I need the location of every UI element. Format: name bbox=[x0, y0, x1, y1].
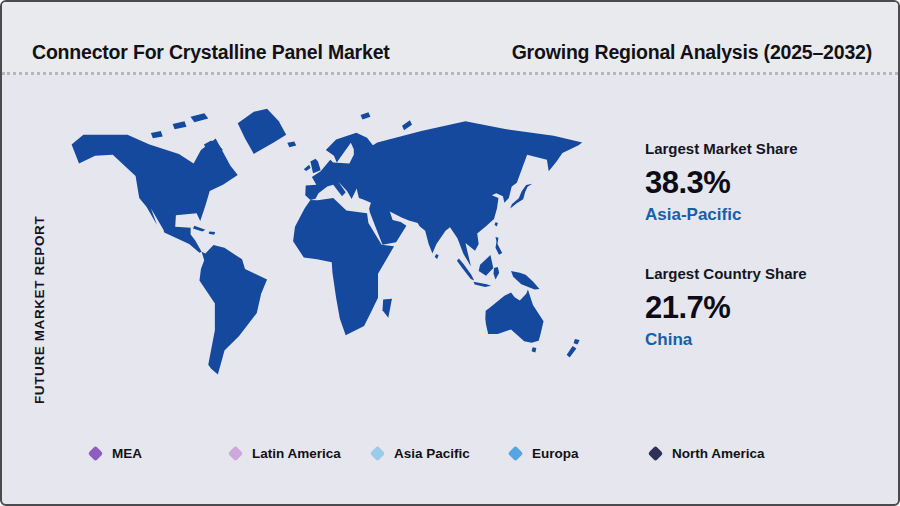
analysis-title: Growing Regional Analysis (2025–2032) bbox=[512, 41, 872, 64]
world-map bbox=[54, 106, 583, 384]
largest-country-share-block: Largest Country Share 21.7% China bbox=[645, 265, 895, 350]
island-japan bbox=[510, 184, 532, 209]
stats-panel: Largest Market Share 38.3% Asia-Pacific … bbox=[645, 140, 895, 350]
infographic-page: Connector For Crystalline Panel Market G… bbox=[0, 0, 900, 506]
island-arctic bbox=[173, 121, 187, 129]
market-title: Connector For Crystalline Panel Market bbox=[32, 41, 390, 64]
country-share-region: China bbox=[645, 330, 895, 350]
legend-dot-north-america bbox=[648, 446, 664, 462]
legend-item-latin-america: Latin America bbox=[230, 446, 372, 461]
island-java bbox=[474, 282, 492, 287]
island-iceland bbox=[287, 141, 296, 147]
island-philippines bbox=[495, 237, 502, 255]
island-nz-north bbox=[574, 339, 580, 345]
island-sri-lanka bbox=[435, 254, 439, 259]
island-victoria bbox=[151, 131, 163, 138]
island-svalbard bbox=[361, 112, 371, 119]
island-nz-south bbox=[567, 346, 577, 358]
country-share-value: 21.7% bbox=[645, 290, 895, 326]
header: Connector For Crystalline Panel Market G… bbox=[2, 2, 898, 75]
legend-item-north-america: North America bbox=[650, 446, 765, 461]
market-share-region: Asia-Pacific bbox=[645, 205, 895, 225]
island-ellesmere bbox=[190, 113, 208, 122]
vertical-watermark: FUTURE MARKET REPORT bbox=[32, 232, 47, 404]
legend-label-north-america: North America bbox=[672, 446, 765, 461]
island-taiwan bbox=[495, 222, 498, 226]
legend-label-europa: Europa bbox=[532, 446, 579, 461]
island-sulawesi bbox=[494, 267, 500, 279]
island-ireland bbox=[304, 165, 311, 171]
island-cuba bbox=[193, 226, 205, 232]
island-madagascar bbox=[382, 299, 391, 318]
island-sumatra bbox=[457, 258, 474, 280]
legend-dot-latin-america bbox=[228, 446, 244, 462]
legend: MEA Latin America Asia Pacific Europa No… bbox=[90, 446, 888, 461]
island-borneo bbox=[479, 255, 494, 276]
island-novaya-zemlya bbox=[402, 120, 412, 130]
australia bbox=[485, 289, 543, 342]
island-tasmania bbox=[532, 347, 537, 352]
market-share-value: 38.3% bbox=[645, 165, 895, 201]
legend-dot-europa bbox=[508, 446, 524, 462]
legend-label-asia-pacific: Asia Pacific bbox=[394, 446, 470, 461]
legend-label-latin-america: Latin America bbox=[252, 446, 341, 461]
legend-item-europa: Europa bbox=[510, 446, 650, 461]
island-hispaniola bbox=[209, 232, 215, 235]
legend-item-asia-pacific: Asia Pacific bbox=[372, 446, 510, 461]
island-britain bbox=[310, 159, 320, 174]
legend-dot-mea bbox=[88, 446, 104, 462]
legend-item-mea: MEA bbox=[90, 446, 230, 461]
largest-market-share-block: Largest Market Share 38.3% Asia-Pacific bbox=[645, 140, 895, 225]
south-america bbox=[199, 245, 267, 374]
country-share-label: Largest Country Share bbox=[645, 265, 895, 282]
legend-dot-asia-pacific bbox=[370, 446, 386, 462]
island-new-guinea bbox=[511, 271, 539, 289]
legend-label-mea: MEA bbox=[112, 446, 142, 461]
market-share-label: Largest Market Share bbox=[645, 140, 895, 157]
landmasses bbox=[72, 109, 583, 375]
greenland bbox=[238, 109, 286, 154]
